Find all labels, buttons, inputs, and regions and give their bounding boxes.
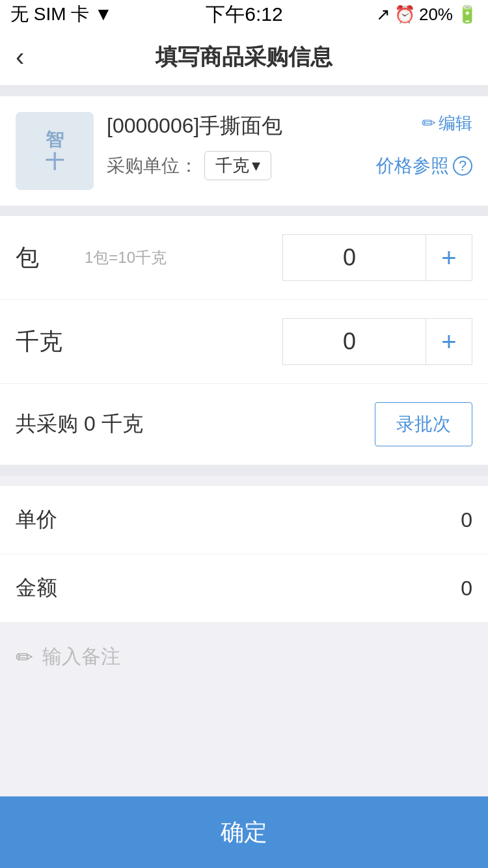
back-button[interactable]: ‹ <box>16 42 24 72</box>
main-spacer <box>0 690 488 796</box>
total-row: 共采购 0 千克 录批次 <box>0 384 488 465</box>
quantity-sublabel-bao: 1包=10千克 <box>85 247 167 268</box>
unit-row: 采购单位： 千克 ▾ <box>107 151 271 180</box>
quantity-input-wrap-kg: + <box>81 318 472 365</box>
quantity-input-kg[interactable] <box>282 318 426 365</box>
unit-value: 千克 <box>215 154 249 177</box>
product-name: [0000006]手撕面包 <box>107 112 282 141</box>
edit-button[interactable]: ✏ 编辑 <box>422 112 472 135</box>
plus-button-kg[interactable]: + <box>426 318 472 365</box>
price-ref-label: 价格参照 <box>376 154 449 178</box>
confirm-label: 确定 <box>221 817 267 848</box>
note-section[interactable]: ✏ 输入备注 <box>0 624 488 690</box>
status-bar: 无 SIM 卡 ▼ 下午6:12 ↗ ⏰ 20% 🔋 <box>0 0 488 29</box>
info-row-amount: 金额 0 <box>0 554 488 623</box>
confirm-button[interactable]: 确定 <box>0 796 488 868</box>
edit-icon: ✏ <box>422 113 436 133</box>
product-logo: 智 十 <box>46 129 64 172</box>
quantity-label-kg: 千克 <box>16 326 81 358</box>
nav-bar: ‹ 填写商品采购信息 <box>0 29 488 86</box>
location-icon: ↗ <box>376 5 390 25</box>
status-time: 下午6:12 <box>206 1 282 28</box>
sim-status: 无 SIM 卡 ▼ <box>10 2 113 27</box>
unit-selector[interactable]: 千克 ▾ <box>204 151 271 180</box>
price-ref-button[interactable]: 价格参照 ? <box>376 154 472 178</box>
quantity-label-bao: 包 <box>16 242 81 274</box>
status-right: ↗ ⏰ 20% 🔋 <box>376 5 478 25</box>
product-image: 智 十 <box>16 112 94 190</box>
total-label: 共采购 0 千克 <box>16 410 143 439</box>
quantity-input-wrap-bao: + <box>167 234 472 281</box>
price-label: 单价 <box>16 506 57 534</box>
info-section: 单价 0 金额 0 <box>0 486 488 623</box>
batch-button[interactable]: 录批次 <box>375 402 472 446</box>
quantity-row-bao: 包 1包=10千克 + <box>0 216 488 300</box>
alarm-icon: ⏰ <box>394 5 415 25</box>
plus-button-bao[interactable]: + <box>426 234 472 281</box>
battery-icon: 🔋 <box>457 5 478 25</box>
product-card: 智 十 [0000006]手撕面包 ✏ 编辑 采购单位： 千克 ▾ 价格参照 ? <box>0 96 488 206</box>
quantity-row-kg: 千克 + <box>0 300 488 384</box>
divider-top <box>0 86 488 96</box>
status-left: 无 SIM 卡 ▼ <box>10 2 113 27</box>
info-row-price: 单价 0 <box>0 486 488 554</box>
unit-label: 采购单位： <box>107 154 198 178</box>
product-info: [0000006]手撕面包 ✏ 编辑 采购单位： 千克 ▾ 价格参照 ? <box>107 112 472 180</box>
product-bottom-row: 采购单位： 千克 ▾ 价格参照 ? <box>107 151 472 180</box>
note-placeholder: 输入备注 <box>42 644 120 670</box>
amount-label: 金额 <box>16 574 57 603</box>
divider-middle <box>0 206 488 216</box>
price-value: 0 <box>461 508 472 532</box>
divider-info <box>0 465 488 476</box>
quantity-input-bao[interactable] <box>282 234 426 281</box>
edit-label: 编辑 <box>439 112 472 135</box>
amount-value: 0 <box>461 576 472 601</box>
dropdown-icon: ▾ <box>252 156 260 176</box>
battery-level: 20% <box>419 5 453 25</box>
product-top-row: [0000006]手撕面包 ✏ 编辑 <box>107 112 472 141</box>
quantity-section: 包 1包=10千克 + 千克 + <box>0 216 488 384</box>
price-ref-info-icon: ? <box>453 156 472 176</box>
pencil-icon: ✏ <box>16 645 33 670</box>
page-title: 填写商品采购信息 <box>156 42 332 72</box>
